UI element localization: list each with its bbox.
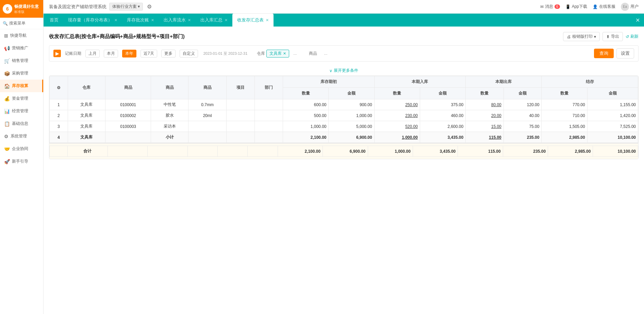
tab-stock-dist-close[interactable]: ✕ bbox=[114, 18, 117, 22]
sidebar-item-label: 系统管理 bbox=[11, 133, 27, 139]
messages-btn[interactable]: ✉ 消息 6 bbox=[540, 4, 560, 10]
page-actions: 🖨 核销版打印 ▾ ⬆ 导出 ↺ 刷新 bbox=[563, 32, 639, 41]
query-btn[interactable]: 查询 bbox=[594, 49, 614, 58]
date-btn-this-month[interactable]: 本月 bbox=[104, 50, 118, 57]
footer-table: 合计 2,100.00 6,900.00 1,000.00 3,435.00 1… bbox=[49, 146, 638, 157]
cell-out-qty[interactable]: 80.00 bbox=[466, 99, 504, 110]
tab-inout-summary[interactable]: 出入库汇总 ✕ bbox=[196, 14, 232, 27]
col-in-stock: 本期入库 bbox=[374, 76, 465, 88]
cell-warehouse: 文具库 bbox=[68, 132, 105, 143]
cell-out-qty[interactable]: 15.00 bbox=[466, 121, 504, 132]
cell-in-amt: 460.00 bbox=[420, 110, 465, 121]
cell-out-qty[interactable]: 20.00 bbox=[466, 110, 504, 121]
tab-inout-flow[interactable]: 出入库流水 ✕ bbox=[159, 14, 196, 27]
sidebar-logo-text: 畅捷通好生意 标准版 bbox=[14, 4, 39, 14]
cell-in-qty[interactable]: 1,000.00 bbox=[374, 132, 420, 143]
tab-batch-account-label: 库存批次账 bbox=[127, 17, 149, 23]
col-settings[interactable]: ⚙ bbox=[50, 76, 68, 99]
sidebar-item-system[interactable]: ⚙ 系统管理 bbox=[0, 130, 43, 143]
sidebar-item-operations[interactable]: 📊 经营管理 bbox=[0, 105, 43, 117]
sidebar-item-quick-nav[interactable]: ⊞ 快捷导航 bbox=[0, 29, 43, 42]
cell-name: 采访本 bbox=[151, 121, 188, 132]
date-btn-custom[interactable]: 自定义 bbox=[180, 50, 198, 57]
cell-bal-amt: 10,100.00 bbox=[587, 132, 638, 143]
online-service-label: 在线客服 bbox=[599, 4, 615, 10]
tabbar-close-all[interactable]: ✕ bbox=[633, 17, 643, 23]
tab-home[interactable]: 首页 bbox=[45, 14, 63, 27]
table-settings-icon[interactable]: ⚙ bbox=[57, 85, 61, 90]
cell-in-qty[interactable]: 230.00 bbox=[374, 110, 420, 121]
finance-icon: 💰 bbox=[4, 96, 10, 101]
messages-badge: 6 bbox=[555, 4, 560, 9]
table-row: 2 文具库 0100002 胶水 20ml 500.00 1,000.00 23… bbox=[50, 110, 638, 121]
warehouse-more-btn[interactable]: ... bbox=[291, 50, 299, 56]
sidebar-item-label: 库存核算 bbox=[12, 83, 28, 89]
print-btn[interactable]: 🖨 核销版打印 ▾ bbox=[563, 32, 600, 41]
cell-spec bbox=[188, 121, 227, 132]
topbar-dropdown[interactable]: 体验行业方案 ▾ bbox=[109, 3, 143, 11]
cooperation-icon: 🤝 bbox=[4, 146, 10, 152]
cell-name: 胶水 bbox=[151, 110, 188, 121]
topbar-settings-icon[interactable]: ⚙ bbox=[146, 2, 153, 11]
date-btn-7days[interactable]: 近7天 bbox=[141, 50, 157, 57]
cell-dept bbox=[255, 110, 283, 121]
system-icon: ⚙ bbox=[4, 134, 9, 139]
product-more-btn[interactable]: ... bbox=[321, 50, 330, 56]
inventory-icon: 🏠 bbox=[4, 83, 10, 89]
sidebar-item-cooperation[interactable]: 🤝 企业协同 bbox=[0, 143, 43, 155]
col-in-amt: 金额 bbox=[420, 88, 465, 99]
refresh-btn[interactable]: ↺ 刷新 bbox=[626, 34, 639, 39]
export-btn[interactable]: ⬆ 导出 bbox=[602, 32, 623, 41]
footer-row: 合计 2,100.00 6,900.00 1,000.00 3,435.00 1… bbox=[50, 146, 638, 157]
date-btn-last-month[interactable]: 上月 bbox=[85, 50, 100, 57]
col-bal-qty: 数量 bbox=[542, 88, 587, 99]
sidebar-item-label: 经营管理 bbox=[12, 108, 28, 114]
expand-conditions-btn[interactable]: ∨ 展开更多条件 bbox=[329, 68, 358, 73]
sidebar-item-finance[interactable]: 💰 资金管理 bbox=[0, 92, 43, 105]
sidebar-item-purchase[interactable]: 📦 采购管理 bbox=[0, 67, 43, 80]
tab-recv-summary-close[interactable]: ✕ bbox=[266, 18, 269, 22]
sidebar-item-inventory[interactable]: 🏠 库存核算 bbox=[0, 80, 43, 92]
tab-stock-dist[interactable]: 现存量（库存分布表） ✕ bbox=[63, 14, 122, 27]
warehouse-tag-label: 文具库 bbox=[269, 51, 282, 56]
cell-code: 0100003 bbox=[105, 121, 151, 132]
app-logo-icon: 6 bbox=[3, 4, 12, 14]
sidebar-item-marketing[interactable]: 📢 营销推广 bbox=[0, 42, 43, 54]
sidebar-item-basic-info[interactable]: 📋 基础信息 bbox=[0, 117, 43, 130]
tab-inout-flow-close[interactable]: ✕ bbox=[188, 18, 191, 22]
online-service-btn[interactable]: 👤 在线客服 bbox=[593, 4, 615, 10]
cell-spec: 0.7mm bbox=[188, 99, 227, 110]
filter-toggle-btn[interactable]: ▶ bbox=[53, 50, 61, 57]
tab-inout-summary-close[interactable]: ✕ bbox=[225, 18, 228, 22]
filter-settings-btn[interactable]: 设置 bbox=[616, 48, 634, 59]
refresh-label: 刷新 bbox=[630, 34, 639, 39]
tab-recv-summary[interactable]: 收发存汇总表 ✕ bbox=[232, 14, 274, 27]
sidebar-item-label: 快捷导航 bbox=[10, 33, 27, 38]
tab-batch-account-close[interactable]: ✕ bbox=[151, 18, 154, 22]
topbar: 装备及固定资产辅助管理系统 体验行业方案 ▾ ⚙ ✉ 消息 6 📱 App下载 … bbox=[44, 0, 644, 14]
cell-in-qty[interactable]: 250.00 bbox=[374, 99, 420, 110]
sidebar-item-sales[interactable]: 🛒 销售管理 bbox=[0, 54, 43, 67]
tab-batch-account[interactable]: 库存批次账 ✕ bbox=[122, 14, 159, 27]
app-download-btn[interactable]: 📱 App下载 bbox=[565, 4, 587, 10]
cell-dept bbox=[255, 99, 283, 110]
warehouse-tag-close[interactable]: ✕ bbox=[283, 51, 286, 56]
user-avatar-btn[interactable]: Ea 用户 bbox=[621, 3, 639, 11]
col-out-qty: 数量 bbox=[466, 88, 504, 99]
footer-empty4 bbox=[187, 146, 217, 157]
cell-out-qty[interactable]: 115.00 bbox=[466, 132, 504, 143]
date-btn-this-year[interactable]: 本年 bbox=[122, 50, 136, 57]
purchase-icon: 📦 bbox=[4, 71, 10, 76]
cell-spec: 20ml bbox=[188, 110, 227, 121]
cell-out-amt: 75.00 bbox=[503, 121, 542, 132]
cell-in-qty[interactable]: 520.00 bbox=[374, 121, 420, 132]
tab-inout-summary-label: 出入库汇总 bbox=[200, 17, 222, 23]
sidebar-search[interactable]: 🔍 搜索菜单 bbox=[0, 18, 43, 29]
sidebar-item-guide[interactable]: 🚀 新手引导 bbox=[0, 155, 43, 168]
cell-project bbox=[227, 110, 255, 121]
cell-code bbox=[105, 132, 151, 143]
date-btn-more[interactable]: 更多 bbox=[161, 50, 176, 57]
expand-chevron-icon: ∨ bbox=[329, 68, 332, 73]
cell-name: 中性笔 bbox=[151, 99, 188, 110]
message-icon: ✉ bbox=[540, 4, 544, 9]
